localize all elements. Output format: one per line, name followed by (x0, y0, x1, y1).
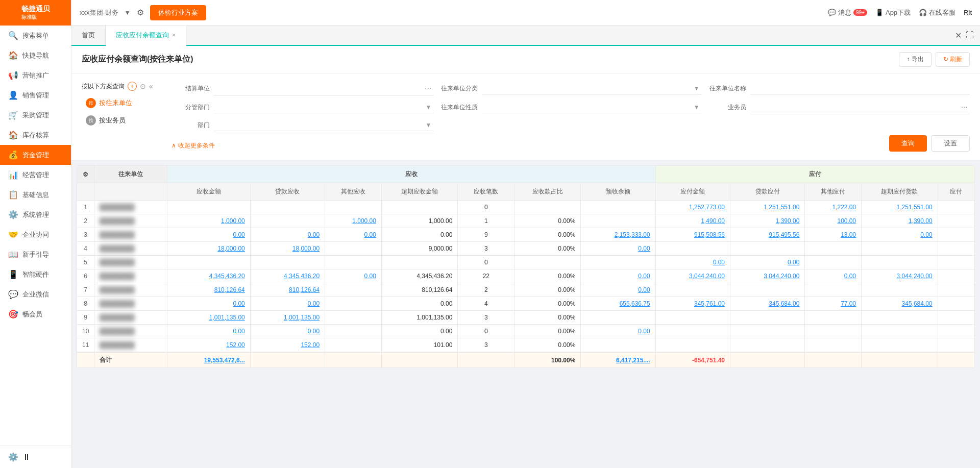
message-item[interactable]: 💬 消息 99+ (828, 8, 867, 17)
row-recv-count: 0 (458, 256, 514, 269)
user-name[interactable]: Rit (964, 9, 972, 16)
partner-name-input[interactable] (750, 83, 970, 94)
row-other-recv (325, 283, 382, 297)
dept-mgr-select[interactable]: ▼ (214, 102, 433, 113)
tab-window-close[interactable]: ✕ (955, 31, 962, 40)
field-settlement-unit: 结算单位 ··· (172, 82, 433, 95)
query-by-partner[interactable]: 按 按往来单位 (82, 96, 163, 110)
sidebar-item-hardware[interactable]: 📱智能硬件 (0, 264, 71, 284)
partner-nature-select[interactable]: ▼ (482, 102, 701, 113)
sidebar-item-wechat[interactable]: 💬企业微信 (0, 284, 71, 304)
logo-text: 畅捷通贝 (21, 5, 50, 14)
query-type-panel: 按以下方案查询 + ⊙ « 按 按往来单位 按 按业务员 (82, 82, 163, 152)
tab-current[interactable]: 应收应付余额查询 × (106, 26, 186, 46)
gear-icon[interactable]: ⚙ (137, 8, 144, 17)
row-recv-ratio: 0.00% (514, 338, 581, 353)
query-by-salesperson[interactable]: 按 按业务员 (82, 113, 163, 128)
partner-col-header: 往来单位 (94, 166, 167, 183)
dept-select[interactable]: ▼ (214, 119, 433, 131)
sidebar-icon-inventory: 🏠 (8, 130, 18, 140)
pay-extra-col: 应付 (938, 183, 974, 201)
row-partner-name: ████████ (94, 228, 167, 242)
tab-close-icon[interactable]: × (172, 32, 176, 39)
add-button[interactable]: + (128, 82, 137, 91)
row-overdue-recv: 1,001,135.00 (381, 311, 457, 325)
row-pay-amount (655, 338, 730, 353)
row-overdue-pay (862, 325, 938, 338)
sidebar-label-basic: 基础信息 (22, 190, 49, 200)
sidebar-item-system[interactable]: ⚙️系统管理 (0, 205, 71, 225)
collapse-button[interactable]: ∧ 收起更多条件 (172, 141, 215, 150)
row-prepay (581, 201, 655, 214)
sidebar-item-operation[interactable]: 📊经营管理 (0, 165, 71, 185)
sidebar-item-basic[interactable]: 📋基础信息 (0, 185, 71, 205)
sidebar-item-purchase[interactable]: 🛒采购管理 (0, 105, 71, 125)
trial-button[interactable]: 体验行业方案 (150, 5, 206, 20)
sidebar-item-inventory[interactable]: 🏠库存核算 (0, 125, 71, 145)
row-loan-pay: 915,495.56 (730, 228, 805, 242)
table-wrapper[interactable]: ⚙ 往来单位 应收 应付 应收金额 贷款应收 其他应收 超期应收金额 (77, 165, 975, 368)
row-no: 4 (77, 242, 94, 256)
sidebar-item-finance[interactable]: 💰资金管理 (0, 145, 71, 165)
field-salesperson: 业务员 ··· (708, 101, 970, 114)
table-row: 10 ████████ 0.00 0.00 0.00 0 0.00% 0.00 (77, 325, 975, 338)
row-loan-pay (730, 242, 805, 256)
sidebar-icon-search-menu: 🔍 (8, 31, 18, 40)
row-other-recv: 0.00 (325, 269, 382, 283)
page-title: 应收应付余额查询(按往来单位) (82, 54, 193, 65)
row-overdue-pay (862, 256, 938, 269)
table-row: 6 ████████ 4,345,436.20 4,345,436.20 0.0… (77, 269, 975, 283)
refresh-button[interactable]: ↻ 刷新 (936, 52, 970, 67)
online-service[interactable]: 🎧 在线客服 (919, 8, 955, 17)
tabs-bar: 首页 应收应付余额查询 × ✕ ⛶ (71, 26, 980, 46)
partner-name-label: 往来单位名称 (708, 84, 746, 93)
sidebar-item-guide[interactable]: 📖新手引导 (0, 244, 71, 264)
row-overdue-pay: 1,251,551.00 (862, 201, 938, 214)
partner-category-select[interactable]: ▼ (482, 83, 701, 94)
collapse-icon[interactable]: ⏸ (22, 453, 31, 462)
settlement-unit-input[interactable]: ··· (214, 82, 433, 95)
row-pay-extra (938, 201, 974, 214)
row-loan-pay (730, 311, 805, 325)
app-download[interactable]: 📱 App下载 (875, 8, 911, 17)
row-other-pay (805, 256, 862, 269)
sidebar-item-sales[interactable]: 👤销售管理 (0, 85, 71, 105)
loan-recv-col: 贷款应收 (250, 183, 325, 201)
sidebar-item-member[interactable]: 🎯畅会员 (0, 304, 71, 324)
sidebar-item-search-menu[interactable]: 🔍搜索菜单 (0, 26, 71, 45)
row-overdue-recv: 9,000.00 (381, 242, 457, 256)
row-no: 1 (77, 201, 94, 214)
row-prepay (581, 311, 655, 325)
sidebar-item-quick-nav[interactable]: 🏠快捷导航 (0, 45, 71, 65)
sidebar-icon-system: ⚙️ (8, 210, 18, 219)
setting-button[interactable]: 设置 (931, 135, 970, 152)
settings-icon[interactable]: ⚙️ (8, 452, 18, 462)
row-other-pay: 100.00 (805, 214, 862, 228)
sidebar-item-marketing[interactable]: 📢营销推广 (0, 65, 71, 85)
service-icon: 🎧 (919, 9, 927, 16)
row-overdue-pay: 0.00 (862, 228, 938, 242)
row-pay-extra (938, 214, 974, 228)
export-button[interactable]: ↑ 导出 (899, 52, 931, 67)
row-other-pay: 1,222.00 (805, 201, 862, 214)
row-prepay: 0.00 (581, 325, 655, 338)
row-overdue-recv: 0.00 (381, 228, 457, 242)
tab-window-expand[interactable]: ⛶ (966, 31, 974, 40)
row-recv-count: 22 (458, 269, 514, 283)
query-panel: 按以下方案查询 + ⊙ « 按 按往来单位 按 按业务员 (82, 82, 970, 152)
dropdown-icon[interactable]: ▼ (125, 9, 131, 16)
row-recv-ratio (514, 256, 581, 269)
query-button[interactable]: 查询 (889, 135, 927, 152)
row-overdue-pay: 1,390.00 (862, 214, 938, 228)
gear-col-header[interactable]: ⚙ (77, 166, 94, 183)
salesperson-select[interactable]: ··· (750, 101, 970, 114)
total-loan-recv (250, 352, 325, 368)
sidebar-icon-finance: 💰 (8, 150, 18, 160)
sidebar-item-enterprise[interactable]: 🤝企业协同 (0, 225, 71, 244)
row-other-recv (325, 256, 382, 269)
tab-home[interactable]: 首页 (71, 26, 106, 45)
collapse-left-icon[interactable]: « (149, 82, 153, 90)
table-row: 4 ████████ 18,000.00 18,000.00 9,000.00 … (77, 242, 975, 256)
settings-small-icon[interactable]: ⊙ (140, 82, 146, 90)
sidebar-label-enterprise: 企业协同 (22, 230, 49, 239)
